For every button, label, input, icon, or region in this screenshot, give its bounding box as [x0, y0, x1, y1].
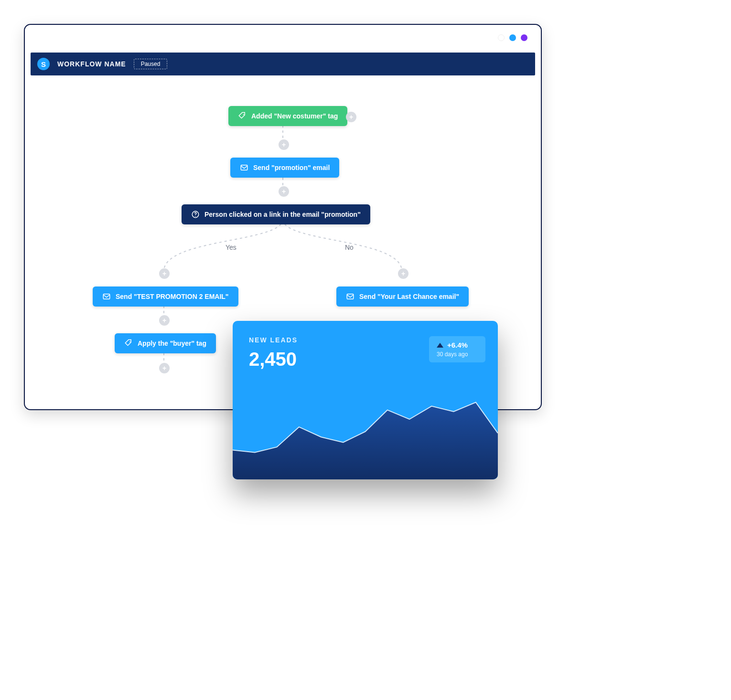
- node-test-promo-2[interactable]: Send "TEST PROMOTION 2 EMAIL": [93, 286, 238, 307]
- close-dot[interactable]: [498, 34, 505, 41]
- svg-point-7: [195, 216, 196, 217]
- help-circle-icon: [191, 210, 200, 219]
- node-label: Send "TEST PROMOTION 2 EMAIL": [116, 293, 229, 300]
- node-condition[interactable]: Person clicked on a link in the email "p…: [182, 204, 370, 224]
- metric-delta-caption: 30 days ago: [437, 351, 478, 358]
- app-logo-icon: S: [37, 58, 50, 70]
- add-step-button[interactable]: [159, 363, 170, 373]
- maximize-dot[interactable]: [521, 34, 527, 41]
- mail-icon: [102, 292, 111, 301]
- svg-rect-8: [103, 294, 110, 299]
- metric-label: NEW LEADS: [249, 336, 298, 344]
- node-added-tag[interactable]: Added "New costumer" tag: [228, 106, 347, 126]
- add-step-button[interactable]: [159, 268, 170, 279]
- node-label: Added "New costumer" tag: [251, 112, 338, 120]
- branch-yes-label: Yes: [226, 244, 236, 251]
- node-label: Send "Your Last Chance email": [359, 293, 459, 300]
- workflow-title: WORKFLOW NAME: [57, 60, 126, 68]
- add-step-button[interactable]: [279, 139, 289, 150]
- trend-up-icon: [437, 343, 443, 348]
- metric-card: NEW LEADS 2,450 +6.4% 30 days ago: [233, 321, 498, 434]
- node-last-chance[interactable]: Send "Your Last Chance email": [336, 286, 469, 307]
- node-apply-buyer-tag[interactable]: Apply the "buyer" tag: [115, 333, 216, 353]
- svg-rect-5: [241, 165, 247, 170]
- add-step-button[interactable]: [279, 186, 289, 197]
- header-bar: S WORKFLOW NAME Paused: [31, 53, 535, 75]
- window-controls: [498, 34, 527, 41]
- leads-area-chart: [233, 398, 498, 434]
- node-label: Apply the "buyer" tag: [138, 339, 206, 347]
- status-badge[interactable]: Paused: [134, 59, 168, 69]
- tag-icon: [238, 112, 247, 120]
- node-label: Person clicked on a link in the email "p…: [204, 211, 361, 218]
- add-step-button[interactable]: [398, 268, 408, 279]
- node-label: Send "promotion" email: [253, 164, 330, 171]
- svg-rect-10: [347, 294, 354, 299]
- node-send-promo[interactable]: Send "promotion" email: [230, 158, 339, 178]
- mail-icon: [240, 163, 248, 172]
- branch-no-label: No: [345, 244, 354, 251]
- mail-icon: [346, 292, 355, 301]
- add-step-button[interactable]: [346, 112, 356, 122]
- metric-value: 2,450: [249, 349, 297, 370]
- add-step-button[interactable]: [159, 315, 170, 326]
- svg-point-9: [129, 341, 130, 342]
- minimize-dot[interactable]: [509, 34, 516, 41]
- metric-delta-value: +6.4%: [447, 341, 468, 349]
- svg-point-4: [243, 114, 244, 115]
- metric-delta-badge: +6.4% 30 days ago: [429, 336, 485, 362]
- tag-icon: [124, 339, 133, 348]
